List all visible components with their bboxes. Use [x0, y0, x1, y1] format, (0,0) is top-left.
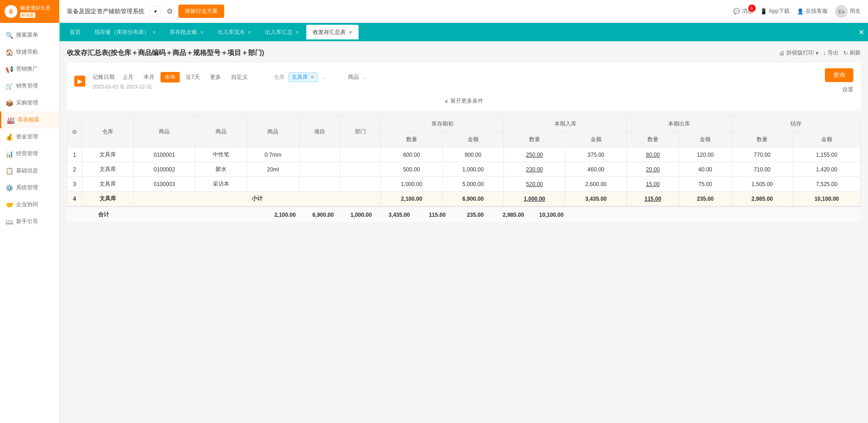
sidebar-item-system[interactable]: ⚙️ 系统管理 — [0, 179, 59, 196]
sidebar-item-finance[interactable]: 💰 资金管理 — [0, 128, 59, 145]
sidebar-item-operations[interactable]: 📊 经营管理 — [0, 145, 59, 162]
row-in-amt: 2,600.00 — [565, 177, 627, 192]
tab-inout-summary[interactable]: 出入库汇总 ✕ — [259, 25, 305, 39]
system-dropdown[interactable]: ▾ — [150, 6, 161, 17]
print-button[interactable]: 🖨 拆锁版打印 ▾ — [779, 49, 818, 57]
footer-label: 合计 — [90, 211, 117, 219]
col-settings-header: ⚙ — [67, 116, 82, 148]
online-service-item[interactable]: 👤 在线客服 — [797, 7, 828, 15]
settings-link[interactable]: 设置 — [842, 86, 853, 93]
expand-label: 展开更多条件 — [450, 97, 483, 105]
sidebar-item-guide[interactable]: 📖 新手引导 — [0, 213, 59, 230]
row-out-amt: 40.00 — [679, 162, 731, 177]
message-item[interactable]: 💬 消息 6 — [733, 7, 753, 15]
row-out-amt: 120.00 — [679, 148, 731, 162]
date-btn-this-month[interactable]: 本月 — [139, 72, 159, 82]
warehouse-more[interactable]: ... — [321, 74, 326, 80]
tab-bar-close[interactable]: ✕ — [858, 28, 864, 37]
row-out-qty[interactable]: 20.00 — [627, 162, 679, 177]
goods-more[interactable]: ... — [363, 74, 367, 80]
sidebar-item-label: 营销推广 — [16, 65, 38, 73]
date-btn-custom[interactable]: 自定义 — [227, 72, 252, 82]
export-label: 导出 — [828, 49, 839, 57]
sidebar-item-basic-info[interactable]: 📋 基础信息 — [0, 162, 59, 179]
warehouse-tag-close[interactable]: ✕ — [310, 74, 315, 80]
row-open-amt: 5,000.00 — [442, 177, 504, 192]
app-download-item[interactable]: 📱 App下载 — [760, 7, 790, 15]
tab-home[interactable]: 首页 — [63, 25, 87, 39]
home-icon: 🏠 — [6, 49, 13, 56]
refresh-button[interactable]: ↻ 刷新 — [843, 49, 861, 57]
table-row: 1 文具库 0100001 中性笔 0.7mm 600.00 900.00 25… — [67, 148, 861, 162]
row-in-qty[interactable]: 250.00 — [504, 148, 565, 162]
export-button[interactable]: ↓ 导出 — [823, 49, 839, 57]
filter-toggle[interactable]: ▶ — [74, 76, 85, 87]
tab-inout-summary-close[interactable]: ✕ — [295, 30, 299, 35]
app-download-label: App下载 — [769, 7, 790, 15]
topbar: 装备及固定资产辅助管理系统 ▾ ⚙ 体验行业方案 💬 消息 6 📱 App下载 — [60, 0, 868, 23]
sidebar-item-enterprise[interactable]: 🤝 企业协同 — [0, 196, 59, 213]
subtotal-out-qty[interactable]: 115.00 — [627, 192, 679, 206]
row-no: 3 — [67, 177, 82, 192]
app-logo: 6 畅捷通好生意 标准版 — [0, 0, 59, 23]
tab-inout-flow[interactable]: 出入库流水 ✕ — [211, 25, 258, 39]
export-icon: ↓ — [823, 50, 826, 56]
basic-info-icon: 📋 — [6, 167, 13, 175]
date-btn-7days[interactable]: 近7天 — [182, 72, 204, 82]
tab-batch-ledger-label: 库存批次账 — [170, 28, 197, 36]
date-btn-last-month[interactable]: 上月 — [118, 72, 138, 82]
subtotal-in-qty[interactable]: 1,000.00 — [504, 192, 565, 206]
sidebar-item-purchase[interactable]: 📦 采购管理 — [0, 94, 59, 111]
date-label: 记账日期 — [93, 73, 115, 81]
row-in-qty[interactable]: 230.00 — [504, 162, 565, 177]
row-out-qty[interactable]: 80.00 — [627, 148, 679, 162]
trial-button[interactable]: 体验行业方案 — [178, 5, 224, 18]
tab-batch-ledger[interactable]: 库存批次账 ✕ — [163, 25, 210, 39]
sidebar-item-search[interactable]: 🔍 搜索菜单 — [0, 27, 59, 44]
col-bal-qty-header: 数量 — [731, 132, 793, 148]
sales-icon: 🛒 — [6, 82, 13, 90]
topbar-right: 💬 消息 6 📱 App下载 👤 在线客服 Ea 用友 — [733, 5, 861, 18]
table-settings-icon[interactable]: ⚙ — [72, 129, 77, 135]
tab-receive-summary[interactable]: 收发存汇总表 ✕ — [306, 25, 359, 39]
user-item[interactable]: Ea 用友 — [835, 5, 861, 18]
tab-batch-ledger-close[interactable]: ✕ — [200, 30, 204, 35]
tab-inventory-dist[interactable]: 现存量（库存分布表） ✕ — [88, 25, 162, 39]
system-name: 装备及固定资产辅助管理系统 — [67, 7, 144, 16]
purchase-icon: 📦 — [6, 99, 13, 107]
sidebar-item-sales[interactable]: 🛒 销售管理 — [0, 77, 59, 94]
expand-conditions[interactable]: ∨ 展开更多条件 — [74, 97, 853, 105]
sidebar-item-label: 快捷导航 — [16, 48, 38, 56]
sidebar-item-label: 采购管理 — [16, 99, 38, 107]
row-open-amt: 900.00 — [442, 148, 504, 162]
row-out-qty[interactable]: 15.00 — [627, 177, 679, 192]
topbar-left: 装备及固定资产辅助管理系统 ▾ ⚙ 体验行业方案 — [67, 5, 224, 18]
row-code: 0100003 — [133, 177, 195, 192]
message-badge: 6 — [748, 5, 756, 12]
row-spec — [247, 177, 299, 192]
date-range: 2023-01-01 至 2023-12-31 — [93, 83, 367, 90]
subtotal-label: 小计 — [133, 192, 381, 206]
date-buttons: 上月 本月 本年 近7天 更多 自定义 — [118, 72, 252, 82]
sidebar-item-marketing[interactable]: 📢 营销推广 — [0, 60, 59, 77]
col-in-qty-header: 数量 — [504, 132, 565, 148]
app-name: 畅捷通好生意 — [20, 5, 50, 11]
tab-inout-flow-close[interactable]: ✕ — [248, 30, 251, 35]
settings-icon[interactable]: ⚙ — [166, 7, 173, 16]
row-in-qty[interactable]: 520.00 — [504, 177, 565, 192]
date-btn-more[interactable]: 更多 — [206, 72, 225, 82]
sidebar-item-inventory[interactable]: 🏭 库存核算 — [0, 111, 59, 128]
row-name: 中性笔 — [195, 148, 247, 162]
sidebar-item-label: 企业协同 — [16, 201, 38, 209]
refresh-label: 刷新 — [850, 49, 861, 57]
tab-inventory-dist-close[interactable]: ✕ — [152, 30, 156, 35]
date-btn-this-year[interactable]: 本年 — [160, 72, 180, 82]
footer-open-qty: 2,100.00 — [268, 212, 302, 218]
sidebar-item-quick-nav[interactable]: 🏠 快捷导航 — [0, 44, 59, 60]
tab-receive-summary-close[interactable]: ✕ — [348, 30, 352, 35]
row-no: 2 — [67, 162, 82, 177]
subtotal-in-amt: 3,435.00 — [565, 192, 627, 206]
query-button[interactable]: 查询 — [825, 68, 853, 82]
row-spec: 20ml — [247, 162, 299, 177]
warehouse-filter: 文具库 ✕ — [288, 72, 318, 82]
